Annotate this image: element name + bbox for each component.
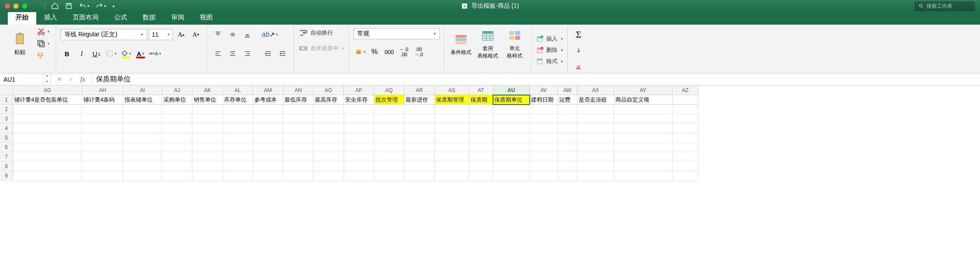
cell-AP9[interactable] <box>344 171 374 181</box>
cell-AP1[interactable]: 安全库存 <box>344 95 374 105</box>
cell-styles-button[interactable]: 单元 格样式 <box>503 26 527 61</box>
fx-icon[interactable]: fx <box>80 76 85 83</box>
cell-AM7[interactable] <box>253 152 283 162</box>
enter-formula-icon[interactable]: ✓ <box>69 76 74 83</box>
column-header-AY[interactable]: AY <box>614 86 673 95</box>
cell-AL9[interactable] <box>223 171 253 181</box>
row-header-3[interactable]: 3 <box>0 114 13 124</box>
cell-AT7[interactable] <box>469 152 493 162</box>
cell-AH4[interactable] <box>82 124 123 133</box>
cell-AZ1[interactable] <box>673 95 698 105</box>
fill-color-button[interactable]: ▾ <box>119 47 132 60</box>
fill-button[interactable] <box>572 44 585 57</box>
name-box-stepper[interactable]: ▴▾ <box>43 73 51 86</box>
cell-AV1[interactable]: 建档日期 <box>530 95 558 105</box>
row-header-6[interactable]: 6 <box>0 143 13 152</box>
insert-cells-button[interactable]: + 插入▾ <box>536 35 563 43</box>
cell-AQ8[interactable] <box>374 162 404 171</box>
cell-AH8[interactable] <box>82 162 123 171</box>
cell-AR8[interactable] <box>404 162 435 171</box>
font-name-select[interactable]: 等线 Regular (正文)▾ <box>61 29 147 40</box>
cell-AM5[interactable] <box>253 133 283 143</box>
name-box[interactable]: AU1 <box>0 76 43 83</box>
cell-AG2[interactable] <box>13 105 82 114</box>
cell-AL8[interactable] <box>223 162 253 171</box>
cell-AH7[interactable] <box>82 152 123 162</box>
cell-AH1[interactable]: 辅计量4条码 <box>82 95 123 105</box>
cell-AT5[interactable] <box>469 133 493 143</box>
cell-AS4[interactable] <box>435 124 469 133</box>
cell-AQ2[interactable] <box>374 105 404 114</box>
cell-AZ8[interactable] <box>673 162 698 171</box>
search-input[interactable]: 搜索工作表 <box>914 1 975 11</box>
tab-1[interactable]: 插入 <box>36 11 65 25</box>
cell-AQ5[interactable] <box>374 133 404 143</box>
cell-AK9[interactable] <box>192 171 223 181</box>
tab-0[interactable]: 开始 <box>8 11 36 25</box>
cell-AR2[interactable] <box>404 105 435 114</box>
cell-AN4[interactable] <box>283 124 314 133</box>
cell-AR9[interactable] <box>404 171 435 181</box>
cell-AT1[interactable]: 保质期 <box>469 95 493 105</box>
number-format-select[interactable]: 常规▾ <box>353 28 440 39</box>
cell-AR3[interactable] <box>404 114 435 124</box>
decrease-font-button[interactable]: A▾ <box>189 28 202 41</box>
decrease-decimal-button[interactable]: .00→.0 <box>412 45 425 58</box>
cell-AI2[interactable] <box>123 105 162 114</box>
cell-AU4[interactable] <box>493 124 530 133</box>
cell-AH5[interactable] <box>82 133 123 143</box>
cell-AW4[interactable] <box>558 124 577 133</box>
cancel-formula-icon[interactable]: ✕ <box>57 76 62 83</box>
column-header-AS[interactable]: AS <box>435 86 469 95</box>
column-header-AX[interactable]: AX <box>577 86 614 95</box>
column-header-AP[interactable]: AP <box>344 86 374 95</box>
cell-AU8[interactable] <box>493 162 530 171</box>
cell-AY5[interactable] <box>614 133 673 143</box>
cell-AX8[interactable] <box>577 162 614 171</box>
cell-AV8[interactable] <box>530 162 558 171</box>
cell-AT2[interactable] <box>469 105 493 114</box>
cell-AU5[interactable] <box>493 133 530 143</box>
row-header-1[interactable]: 1 <box>0 95 13 105</box>
cell-AH3[interactable] <box>82 114 123 124</box>
currency-button[interactable]: ▾ <box>353 45 366 58</box>
cell-AG3[interactable] <box>13 114 82 124</box>
cell-AP3[interactable] <box>344 114 374 124</box>
column-header-AI[interactable]: AI <box>123 86 162 95</box>
cell-AK6[interactable] <box>192 143 223 152</box>
delete-cells-button[interactable]: × 删除▾ <box>536 46 563 54</box>
column-header-AJ[interactable]: AJ <box>162 86 192 95</box>
cell-AZ2[interactable] <box>673 105 698 114</box>
column-header-AT[interactable]: AT <box>469 86 493 95</box>
cell-AN9[interactable] <box>283 171 314 181</box>
tab-3[interactable]: 公式 <box>106 11 135 25</box>
cell-AW6[interactable] <box>558 143 577 152</box>
font-size-select[interactable]: 11▾ <box>149 29 173 40</box>
cell-AU9[interactable] <box>493 171 530 181</box>
increase-font-button[interactable]: A▴ <box>175 28 188 41</box>
cell-AH6[interactable] <box>82 143 123 152</box>
cell-AY1[interactable]: 商品自定义项 <box>614 95 673 105</box>
cell-AG4[interactable] <box>13 124 82 133</box>
cell-AR7[interactable] <box>404 152 435 162</box>
column-header-AQ[interactable]: AQ <box>374 86 404 95</box>
align-right-button[interactable] <box>241 47 254 60</box>
cell-AL7[interactable] <box>223 152 253 162</box>
cell-AV9[interactable] <box>530 171 558 181</box>
orientation-button[interactable]: ab↗▾ <box>262 28 278 41</box>
cell-AO6[interactable] <box>314 143 344 152</box>
cell-AT6[interactable] <box>469 143 493 152</box>
cell-AL3[interactable] <box>223 114 253 124</box>
cell-AV4[interactable] <box>530 124 558 133</box>
cell-AX9[interactable] <box>577 171 614 181</box>
format-painter-button[interactable] <box>36 51 50 60</box>
save-icon[interactable] <box>65 2 73 10</box>
cell-AN1[interactable]: 最低库存 <box>283 95 314 105</box>
cell-AX4[interactable] <box>577 124 614 133</box>
cell-AV7[interactable] <box>530 152 558 162</box>
cell-AW1[interactable]: 运费 <box>558 95 577 105</box>
cell-AJ8[interactable] <box>162 162 192 171</box>
cell-AO8[interactable] <box>314 162 344 171</box>
column-header-AN[interactable]: AN <box>283 86 314 95</box>
column-header-AV[interactable]: AV <box>530 86 558 95</box>
